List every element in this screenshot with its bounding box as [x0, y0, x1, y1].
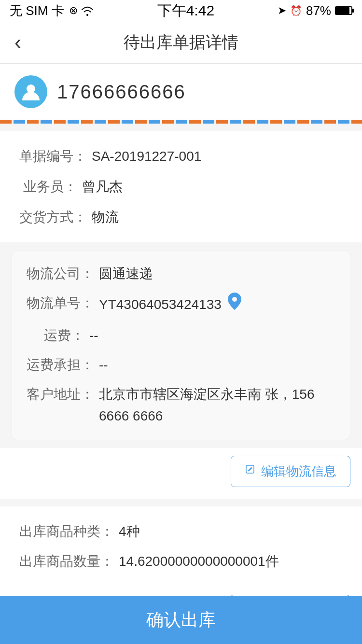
document-number-row: 单据编号： SA-20191227-001 [19, 146, 343, 168]
basic-info-section: 单据编号： SA-20191227-001 业务员： 曾凡杰 交货方式： 物流 [0, 131, 362, 242]
section-separator-1 [0, 499, 362, 506]
content: 17666666666 单据编号： SA-20191227-001 业务员： 曾… [0, 64, 362, 644]
goods-type-label: 出库商品种类： [19, 521, 119, 543]
edit-logistics-label: 编辑物流信息 [261, 463, 336, 480]
wifi-icon: ⊗ [69, 4, 94, 17]
edit-btn-row: 编辑物流信息 [0, 448, 362, 499]
battery-label: 87% [306, 3, 331, 18]
battery-icon [335, 6, 352, 15]
user-phone: 17666666666 [57, 81, 186, 103]
document-number-value: SA-20191227-001 [92, 146, 343, 168]
freight-value: -- [89, 325, 335, 347]
logistics-card: 物流公司： 圆通速递 物流单号： YT43064053424133 运费： --… [12, 250, 350, 440]
delivery-method-label: 交货方式： [19, 207, 92, 228]
status-right: ➤ ⏰ 87% [278, 3, 352, 18]
alarm-icon: ⏰ [290, 5, 302, 16]
status-bar: 无 SIM 卡 ⊗ 下午4:42 ➤ ⏰ 87% [0, 0, 362, 21]
salesman-row: 业务员： 曾凡杰 [19, 176, 343, 198]
document-number-label: 单据编号： [19, 146, 92, 168]
status-left: 无 SIM 卡 ⊗ [10, 2, 94, 19]
freight-bearer-row: 运费承担： -- [27, 354, 335, 376]
nav-bar: ‹ 待出库单据详情 [0, 21, 362, 64]
goods-quantity-row: 出库商品数量： 14.62000000000000001件 [19, 551, 343, 573]
freight-bearer-label: 运费承担： [27, 354, 99, 376]
confirm-button[interactable]: 确认出库 [0, 596, 362, 644]
delivery-method-value: 物流 [92, 207, 343, 228]
customer-address-value: 北京市市辖区海淀区永丰南 张，156 6666 6666 [99, 384, 335, 427]
goods-type-value: 4种 [119, 521, 343, 543]
edit-icon [245, 464, 256, 479]
back-button[interactable]: ‹ [14, 31, 21, 54]
customer-address-row: 客户地址： 北京市市辖区海淀区永丰南 张，156 6666 6666 [27, 384, 335, 427]
goods-quantity-value: 14.62000000000000001件 [119, 551, 343, 573]
carrier-label: 无 SIM 卡 [10, 2, 64, 19]
tracking-number-value: YT43064053424133 [99, 293, 335, 317]
goods-quantity-label: 出库商品数量： [19, 551, 119, 573]
user-header: 17666666666 [0, 64, 362, 120]
time-label: 下午4:42 [157, 1, 214, 21]
delivery-method-row: 交货方式： 物流 [19, 207, 343, 228]
customer-address-label: 客户地址： [27, 384, 99, 406]
dashed-divider [0, 120, 362, 124]
freight-bearer-value: -- [99, 354, 335, 376]
page-title: 待出库单据详情 [124, 31, 238, 54]
logistics-company-label: 物流公司： [27, 263, 99, 285]
freight-row: 运费： -- [27, 325, 335, 347]
confirm-btn-label: 确认出库 [146, 608, 216, 632]
salesman-label: 业务员： [19, 176, 82, 198]
logistics-company-value: 圆通速递 [99, 263, 335, 285]
avatar [14, 75, 47, 108]
freight-label: 运费： [27, 325, 89, 347]
salesman-value: 曾凡杰 [82, 176, 343, 198]
goods-type-row: 出库商品种类： 4种 [19, 521, 343, 543]
location-service-icon: ➤ [278, 4, 286, 17]
tracking-number-row: 物流单号： YT43064053424133 [27, 293, 335, 317]
tracking-number-label: 物流单号： [27, 293, 99, 314]
logistics-company-row: 物流公司： 圆通速递 [27, 263, 335, 285]
edit-logistics-button[interactable]: 编辑物流信息 [231, 456, 350, 487]
goods-section: 出库商品种类： 4种 出库商品数量： 14.62000000000000001件 [0, 506, 362, 588]
location-pin-icon[interactable] [227, 293, 242, 317]
